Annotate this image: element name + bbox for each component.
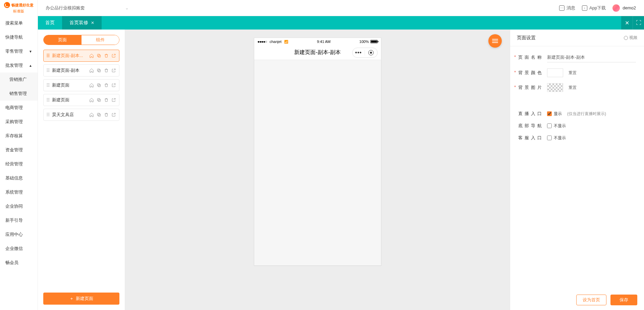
leftnav-subitem-3-0[interactable]: 营销推广 <box>0 72 38 87</box>
phone-time: 9:41 AM <box>317 40 330 44</box>
external-icon[interactable] <box>111 83 116 88</box>
drag-icon: ☰ <box>46 112 50 117</box>
leftnav-item-0[interactable]: 搜索菜单 <box>0 16 38 30</box>
brand-sub: 标准版 <box>13 9 24 14</box>
leftnav: 搜索菜单快捷导航零售管理▼批发管理▲营销推广销售管理电商管理采购管理库存核算资金… <box>0 16 38 310</box>
external-icon[interactable] <box>111 97 116 103</box>
bottom-nav-checkbox[interactable]: 不显示 <box>547 123 566 129</box>
drag-icon: ☰ <box>46 98 50 102</box>
bg-color-reset[interactable]: 重置 <box>569 70 577 76</box>
miniprogram-more-button[interactable]: ••• <box>353 50 365 56</box>
svg-rect-8 <box>98 114 101 116</box>
svg-rect-5 <box>97 84 100 86</box>
leftnav-item-1[interactable]: 快捷导航 <box>0 30 38 44</box>
external-icon[interactable] <box>111 68 116 73</box>
svg-rect-9 <box>97 113 100 115</box>
account-selector[interactable]: 办公品行业模拟账套 ⌄ <box>46 5 129 11</box>
live-entry-hint: (仅当进行直播时展示) <box>567 111 606 117</box>
tab-close-all-button[interactable]: ✕ <box>621 16 633 30</box>
external-icon[interactable] <box>111 112 116 117</box>
fab-menu-button[interactable] <box>488 34 502 48</box>
home-icon[interactable] <box>89 68 94 73</box>
account-selector-label: 办公品行业模拟账套 <box>46 5 85 11</box>
copy-icon[interactable] <box>96 83 102 88</box>
copy-icon[interactable] <box>96 53 102 58</box>
fullscreen-button[interactable]: ⛶ <box>633 16 644 30</box>
copy-icon[interactable] <box>96 97 102 103</box>
segment-component[interactable]: 组件 <box>82 35 119 45</box>
page-list-item-2[interactable]: ☰新建页面 <box>43 79 119 91</box>
leftnav-item-14[interactable]: 企业微信 <box>0 242 38 256</box>
miniprogram-actions: ••• <box>352 48 378 58</box>
home-icon[interactable] <box>89 97 94 103</box>
page-list-item-3[interactable]: ☰新建页面 <box>43 94 119 106</box>
leftnav-item-8[interactable]: 经营管理 <box>0 157 38 171</box>
leftnav-item-13[interactable]: 应用中心 <box>0 227 38 242</box>
tab-1[interactable]: 首页装修✕ <box>62 16 102 30</box>
new-page-button[interactable]: ＋ 新建页面 <box>43 293 119 305</box>
leftnav-item-2[interactable]: 零售管理▼ <box>0 44 38 58</box>
segment: 页面 组件 <box>43 35 119 45</box>
leftnav-item-3[interactable]: 批发管理▲ <box>0 58 38 72</box>
bg-image-reset[interactable]: 重置 <box>569 85 577 91</box>
miniprogram-close-button[interactable] <box>365 50 377 55</box>
leftnav-item-5[interactable]: 采购管理 <box>0 115 38 129</box>
trash-icon[interactable] <box>104 53 109 58</box>
brand-logo-icon <box>4 2 10 8</box>
tab-0[interactable]: 首页 <box>38 16 62 30</box>
page-list-item-0[interactable]: ☰新建页面-副本... <box>43 50 119 62</box>
wifi-icon <box>284 40 288 44</box>
home-icon[interactable] <box>89 112 94 117</box>
copy-icon[interactable] <box>96 68 102 73</box>
user-menu[interactable]: demo2 <box>612 4 636 12</box>
drag-icon: ☰ <box>46 68 50 73</box>
segment-page[interactable]: 页面 <box>44 35 82 45</box>
chevron-down-icon: ▼ <box>29 50 32 53</box>
canvas: ●●●●○ chanjet 9:41 AM 100% 新建页面-副本-副本 <box>125 30 510 310</box>
leftnav-item-4[interactable]: 电商管理 <box>0 101 38 115</box>
username: demo2 <box>623 5 636 10</box>
save-button[interactable]: 保存 <box>610 295 637 305</box>
page-name-input[interactable] <box>547 52 636 62</box>
video-link[interactable]: 视频 <box>624 35 637 41</box>
leftnav-item-12[interactable]: 新手引导 <box>0 213 38 227</box>
drag-icon: ☰ <box>46 83 50 88</box>
leftnav-item-6[interactable]: 库存核算 <box>0 129 38 143</box>
bg-image-swatch[interactable] <box>547 83 563 92</box>
tabstrip: 首页首页装修✕ ✕ ⛶ <box>38 16 644 30</box>
chevron-up-icon: ▲ <box>29 64 32 67</box>
leftnav-item-9[interactable]: 基础信息 <box>0 171 38 185</box>
external-icon[interactable] <box>111 53 116 58</box>
messages-link[interactable]: ⋯ 消息 <box>559 5 575 11</box>
avatar <box>612 4 620 12</box>
copy-icon[interactable] <box>96 112 102 117</box>
trash-icon[interactable] <box>104 68 109 73</box>
svg-rect-7 <box>97 98 100 101</box>
phone-status-bar: ●●●●○ chanjet 9:41 AM 100% <box>254 38 381 45</box>
plus-icon: ＋ <box>69 296 74 302</box>
service-entry-checkbox[interactable]: 不显示 <box>547 135 566 141</box>
home-icon[interactable] <box>89 83 94 88</box>
phone-title: 新建页面-副本-副本 <box>294 49 341 56</box>
leftnav-subitem-3-1[interactable]: 销售管理 <box>0 87 38 101</box>
app-download-link[interactable]: ↓ App下载 <box>582 5 606 11</box>
page-list-item-4[interactable]: ☰昊天文具店 <box>43 109 119 121</box>
settings-panel: 页面设置 视频 页面名称 背景颜色 重置 背景图片 <box>510 30 644 310</box>
carrier: chanjet <box>270 40 281 44</box>
leftnav-item-7[interactable]: 资金管理 <box>0 143 38 157</box>
trash-icon[interactable] <box>104 112 109 117</box>
leftnav-item-11[interactable]: 企业协同 <box>0 199 38 213</box>
leftnav-item-15[interactable]: 畅会员 <box>0 256 38 270</box>
trash-icon[interactable] <box>104 83 109 88</box>
close-icon[interactable]: ✕ <box>91 20 94 25</box>
bg-color-swatch[interactable] <box>547 68 563 77</box>
trash-icon[interactable] <box>104 97 109 103</box>
set-home-button[interactable]: 设为首页 <box>576 295 606 305</box>
live-entry-label: 直播入口 <box>518 111 542 117</box>
messages-icon: ⋯ <box>559 5 565 11</box>
page-panel: 页面 组件 ☰新建页面-副本...☰新建页面-副本☰新建页面☰新建页面☰昊天文具… <box>38 30 125 310</box>
home-icon[interactable] <box>89 53 94 58</box>
leftnav-item-10[interactable]: 系统管理 <box>0 185 38 199</box>
live-entry-checkbox[interactable]: 显示 <box>547 111 562 117</box>
page-list-item-1[interactable]: ☰新建页面-副本 <box>43 64 119 76</box>
